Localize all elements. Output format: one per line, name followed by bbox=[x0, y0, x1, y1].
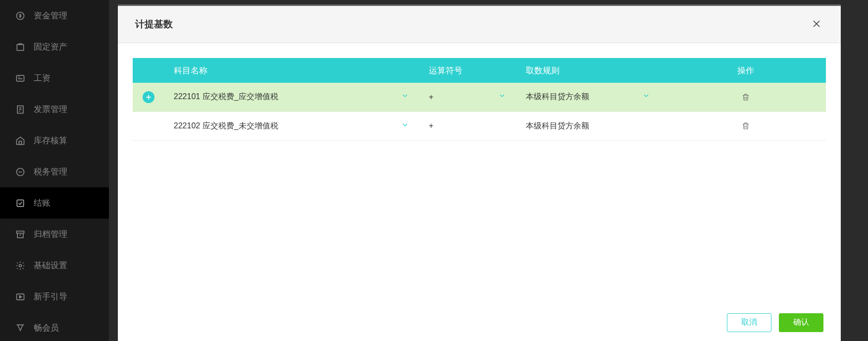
archive-icon bbox=[15, 229, 26, 240]
th-action: 操作 bbox=[665, 58, 826, 83]
svg-rect-7 bbox=[17, 231, 24, 233]
tax-icon bbox=[15, 167, 26, 177]
subject-value: 222102 应交税费_未交增值税 bbox=[174, 121, 278, 131]
chevron-down-icon bbox=[401, 92, 409, 102]
sidebar-item-label: 工资 bbox=[34, 72, 51, 84]
rule-value: 本级科目贷方余额 bbox=[526, 121, 589, 131]
vip-icon bbox=[15, 323, 26, 334]
sidebar-item-guide[interactable]: 新手引导 bbox=[0, 281, 109, 312]
modal-header: 计提基数 bbox=[118, 6, 841, 43]
confirm-button[interactable]: 确认 bbox=[779, 313, 823, 332]
sidebar-item-salary[interactable]: 工资 bbox=[0, 62, 109, 94]
trash-icon bbox=[741, 92, 750, 102]
sidebar-item-label: 库存核算 bbox=[34, 135, 67, 146]
sidebar-item-inventory[interactable]: 库存核算 bbox=[0, 125, 109, 156]
add-row-button[interactable] bbox=[143, 91, 154, 103]
th-operator: 运算符号 bbox=[424, 58, 521, 83]
modal-body: 科目名称 运算符号 取数规则 操作 222101 应交税费_应交增值税 bbox=[118, 43, 841, 304]
closing-icon bbox=[15, 198, 26, 209]
operator-select[interactable]: + bbox=[429, 121, 516, 130]
rule-value: 本级科目贷方余额 bbox=[526, 92, 589, 102]
gear-icon bbox=[15, 260, 26, 271]
chevron-down-icon bbox=[498, 92, 506, 102]
cell-add bbox=[133, 112, 169, 140]
sidebar-item-closing[interactable]: 结账 bbox=[0, 187, 109, 219]
subject-select[interactable]: 222102 应交税费_未交增值税 bbox=[174, 121, 419, 131]
sidebar-item-label: 归档管理 bbox=[34, 228, 67, 240]
data-table: 科目名称 运算符号 取数规则 操作 222101 应交税费_应交增值税 bbox=[133, 58, 826, 141]
sidebar-item-label: 基础设置 bbox=[34, 260, 67, 271]
sidebar-item-asset[interactable]: 固定资产 bbox=[0, 31, 109, 62]
rule-select[interactable]: 本级科目贷方余额 bbox=[526, 92, 660, 102]
th-subject: 科目名称 bbox=[169, 58, 424, 83]
cell-action bbox=[665, 112, 826, 140]
cell-subject: 222101 应交税费_应交增值税 bbox=[169, 83, 424, 112]
cell-operator: + bbox=[424, 83, 521, 112]
sidebar-item-label: 结账 bbox=[34, 197, 51, 209]
guide-icon bbox=[15, 291, 26, 302]
money-icon bbox=[15, 10, 26, 21]
delete-row-button[interactable] bbox=[670, 92, 821, 102]
th-add bbox=[133, 58, 169, 83]
svg-rect-4 bbox=[19, 141, 22, 144]
subject-select[interactable]: 222101 应交税费_应交增值税 bbox=[174, 92, 419, 102]
close-button[interactable] bbox=[810, 15, 823, 34]
chevron-down-icon bbox=[401, 121, 409, 131]
svg-point-8 bbox=[19, 264, 22, 267]
cell-rule: 本级科目贷方余额 bbox=[521, 83, 665, 112]
trash-icon bbox=[741, 121, 750, 131]
svg-rect-6 bbox=[17, 200, 23, 206]
cell-subject: 222102 应交税费_未交增值税 bbox=[169, 112, 424, 140]
delete-row-button[interactable] bbox=[670, 121, 821, 131]
sidebar-item-money[interactable]: 资金管理 bbox=[0, 0, 109, 31]
table-row: 222101 应交税费_应交增值税 + bbox=[133, 83, 826, 112]
sidebar-item-label: 发票管理 bbox=[34, 104, 67, 115]
sidebar-item-label: 固定资产 bbox=[34, 41, 67, 53]
sidebar-item-label: 新手引导 bbox=[34, 291, 67, 302]
chevron-down-icon bbox=[642, 92, 650, 102]
modal-dialog: 计提基数 科目名称 运算符号 取数规则 操作 bbox=[118, 4, 841, 341]
sidebar-item-label: 畅会员 bbox=[34, 322, 59, 334]
modal-title: 计提基数 bbox=[135, 18, 173, 31]
subject-value: 222101 应交税费_应交增值税 bbox=[174, 92, 278, 102]
invoice-icon bbox=[15, 104, 26, 115]
inventory-icon bbox=[15, 135, 26, 146]
sidebar-item-archive[interactable]: 归档管理 bbox=[0, 219, 109, 250]
sidebar-item-settings[interactable]: 基础设置 bbox=[0, 250, 109, 281]
rule-select[interactable]: 本级科目贷方余额 bbox=[526, 121, 660, 131]
sidebar-item-label: 税务管理 bbox=[34, 166, 67, 177]
sidebar-item-tax[interactable]: 税务管理 bbox=[0, 156, 109, 187]
sidebar: 资金管理 固定资产 工资 发票管理 库存核算 税务管理 结账 bbox=[0, 0, 109, 341]
cell-operator: + bbox=[424, 112, 521, 140]
sidebar-item-label: 资金管理 bbox=[34, 10, 67, 21]
cell-action bbox=[665, 83, 826, 112]
sidebar-item-vip[interactable]: 畅会员 bbox=[0, 312, 109, 341]
salary-icon bbox=[15, 73, 26, 84]
modal-footer: 取消 确认 bbox=[118, 304, 841, 341]
table-row: 222102 应交税费_未交增值税 + bbox=[133, 112, 826, 140]
svg-rect-1 bbox=[17, 45, 23, 51]
th-rule: 取数规则 bbox=[521, 58, 665, 83]
sidebar-item-invoice[interactable]: 发票管理 bbox=[0, 94, 109, 125]
cancel-label: 取消 bbox=[741, 317, 757, 328]
operator-value: + bbox=[429, 121, 433, 130]
cell-add bbox=[133, 83, 169, 112]
operator-select[interactable]: + bbox=[429, 92, 516, 102]
asset-icon bbox=[15, 42, 26, 53]
cancel-button[interactable]: 取消 bbox=[727, 313, 771, 332]
table-header-row: 科目名称 运算符号 取数规则 操作 bbox=[133, 58, 826, 83]
confirm-label: 确认 bbox=[793, 317, 809, 328]
cell-rule: 本级科目贷方余额 bbox=[521, 112, 665, 140]
operator-value: + bbox=[429, 93, 433, 102]
